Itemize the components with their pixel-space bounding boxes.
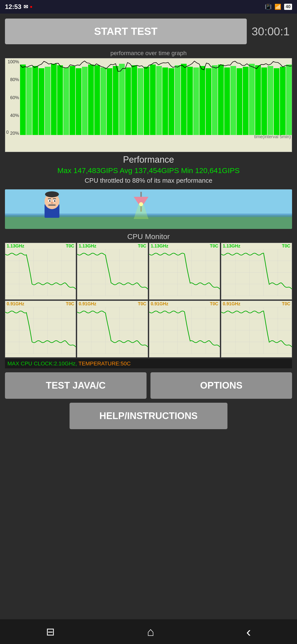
top-row: START TEST 30:00:1 bbox=[5, 18, 292, 44]
cpu-illustration bbox=[5, 189, 292, 229]
cpu-temp-1: T0C bbox=[138, 244, 146, 249]
y-label-40: 40% bbox=[6, 113, 19, 118]
cpu-graph-1 bbox=[77, 249, 148, 296]
cpu-freq-7: 0.91GHz bbox=[223, 301, 240, 306]
cpu-cell-header-5: 0.91GHzT0C bbox=[77, 301, 148, 307]
status-right: 📳 📶 40 bbox=[265, 4, 292, 10]
recents-icon[interactable]: ⊟ bbox=[46, 626, 55, 638]
cpu-graph-3 bbox=[221, 249, 292, 296]
performance-graph: 100% 80% 60% 40% 20% 0 time(interval 5mi… bbox=[5, 58, 292, 152]
cpu-graph-7 bbox=[221, 307, 292, 354]
cpu-temp-label: TEMPERATURE:50C bbox=[79, 360, 131, 366]
performance-stats: Max 147,483GIPS Avg 137,454GIPS Min 120,… bbox=[5, 166, 292, 175]
time-display: 12:53 bbox=[5, 3, 22, 11]
cpu-cell-header-7: 0.91GHzT0C bbox=[221, 301, 292, 307]
wifi-icon: 📶 bbox=[274, 4, 281, 10]
graph-area: 100% 80% 60% 40% 20% 0 time(interval 5mi… bbox=[5, 58, 292, 140]
options-button[interactable]: OPTIONS bbox=[150, 372, 292, 399]
y-label-100: 100% bbox=[6, 59, 19, 64]
cpu-graph-5 bbox=[77, 307, 148, 354]
svg-point-12 bbox=[51, 202, 53, 204]
cpu-graph-2 bbox=[149, 249, 220, 296]
svg-rect-10 bbox=[48, 198, 51, 199]
performance-title: Performance bbox=[5, 154, 292, 165]
cpu-freq-4: 0.91GHz bbox=[7, 301, 24, 306]
cpu-cell-header-1: 1.13GHzT0C bbox=[77, 243, 148, 249]
svg-rect-13 bbox=[48, 204, 56, 206]
cpu-temp-4: T0C bbox=[66, 301, 74, 306]
cpu-freq-2: 1.13GHz bbox=[151, 244, 168, 249]
graph-title: performance over time graph bbox=[5, 48, 292, 58]
spacer bbox=[5, 429, 292, 614]
cpu-temp-6: T0C bbox=[210, 301, 218, 306]
svg-point-8 bbox=[49, 200, 51, 202]
graph-zero-label: 0 bbox=[6, 130, 9, 135]
main-content: START TEST 30:00:1 performance over time… bbox=[0, 14, 297, 619]
y-label-60: 60% bbox=[6, 95, 19, 100]
cpu-footer: MAX CPU CLOCK:2.10GHz, TEMPERATURE:50C bbox=[5, 359, 292, 368]
cpu-grid: 1.13GHzT0C1.13GHzT0C1.13GHzT0C1.13GHzT0C… bbox=[5, 243, 292, 358]
cpu-cell-5: 0.91GHzT0C bbox=[77, 300, 148, 358]
cpu-graph-4 bbox=[5, 307, 76, 354]
mail-icon: ✉ bbox=[24, 4, 28, 10]
cpu-cell-2: 1.13GHzT0C bbox=[149, 243, 220, 300]
cpu-cell-header-2: 1.13GHzT0C bbox=[149, 243, 220, 249]
cpu-temp-5: T0C bbox=[138, 301, 146, 306]
time-interval-label: time(interval 5min) bbox=[254, 134, 291, 140]
cpu-cell-7: 0.91GHzT0C bbox=[221, 300, 292, 358]
battery-indicator: 40 bbox=[284, 4, 292, 10]
cpu-freq-0: 1.13GHz bbox=[7, 244, 24, 249]
notification-icon: ● bbox=[30, 4, 33, 10]
cpu-temp-7: T0C bbox=[282, 301, 290, 306]
status-bar: 12:53 ✉ ● 📳 📶 40 bbox=[0, 0, 297, 14]
cpu-cell-header-6: 0.91GHzT0C bbox=[149, 301, 220, 307]
cpu-graph-0 bbox=[5, 249, 76, 296]
cpu-cell-header-0: 1.13GHzT0C bbox=[5, 243, 76, 249]
cpu-temp-0: T0C bbox=[66, 244, 74, 249]
cpu-clock-label: MAX CPU CLOCK:2.10GHz, bbox=[8, 360, 79, 366]
cpu-cell-0: 1.13GHzT0C bbox=[5, 243, 76, 300]
status-left: 12:53 ✉ ● bbox=[5, 3, 33, 11]
cpu-freq-1: 1.13GHz bbox=[79, 244, 96, 249]
cpu-footer-main: MAX CPU CLOCK:2.10GHz, TEMPERATURE:50C bbox=[8, 360, 131, 366]
help-instructions-button[interactable]: HELP/INSTRUCTIONS bbox=[70, 403, 227, 429]
home-icon[interactable]: ⌂ bbox=[147, 625, 154, 638]
svg-rect-11 bbox=[53, 198, 56, 199]
performance-section: Performance Max 147,483GIPS Avg 137,454G… bbox=[5, 154, 292, 188]
cpu-temp-2: T0C bbox=[210, 244, 218, 249]
cpu-freq-6: 0.91GHz bbox=[151, 301, 168, 306]
cpu-freq-3: 1.13GHz bbox=[223, 244, 240, 249]
cpu-cell-header-3: 1.13GHzT0C bbox=[221, 243, 292, 249]
y-label-80: 80% bbox=[6, 77, 19, 82]
test-javac-button[interactable]: TEST JAVA/C bbox=[5, 372, 147, 399]
y-axis-labels: 100% 80% 60% 40% 20% bbox=[5, 58, 20, 140]
cpu-graph-6 bbox=[149, 307, 220, 354]
cpu-freq-5: 0.91GHz bbox=[79, 301, 96, 306]
cpu-cell-3: 1.13GHzT0C bbox=[221, 243, 292, 300]
cpu-cell-6: 0.91GHzT0C bbox=[149, 300, 220, 358]
nav-bar: ⊟ ⌂ ‹ bbox=[0, 619, 297, 644]
svg-point-5 bbox=[45, 191, 59, 197]
illustration-svg bbox=[5, 189, 292, 226]
svg-point-9 bbox=[54, 200, 56, 202]
cpu-monitor-title: CPU Monitor bbox=[5, 232, 292, 241]
back-icon[interactable]: ‹ bbox=[246, 624, 251, 640]
vibrate-icon: 📳 bbox=[265, 4, 271, 10]
start-test-button[interactable]: START TEST bbox=[5, 18, 247, 44]
performance-line bbox=[20, 58, 292, 140]
timer-display: 30:00:1 bbox=[252, 25, 292, 38]
cpu-cell-header-4: 0.91GHzT0C bbox=[5, 301, 76, 307]
throttle-text: CPU throttled to 88% of its max performa… bbox=[5, 177, 292, 184]
cpu-temp-3: T0C bbox=[282, 244, 290, 249]
cpu-cell-4: 0.91GHzT0C bbox=[5, 300, 76, 358]
svg-point-17 bbox=[139, 202, 143, 206]
bottom-buttons: TEST JAVA/C OPTIONS bbox=[5, 372, 292, 399]
cpu-cell-1: 1.13GHzT0C bbox=[77, 243, 148, 300]
